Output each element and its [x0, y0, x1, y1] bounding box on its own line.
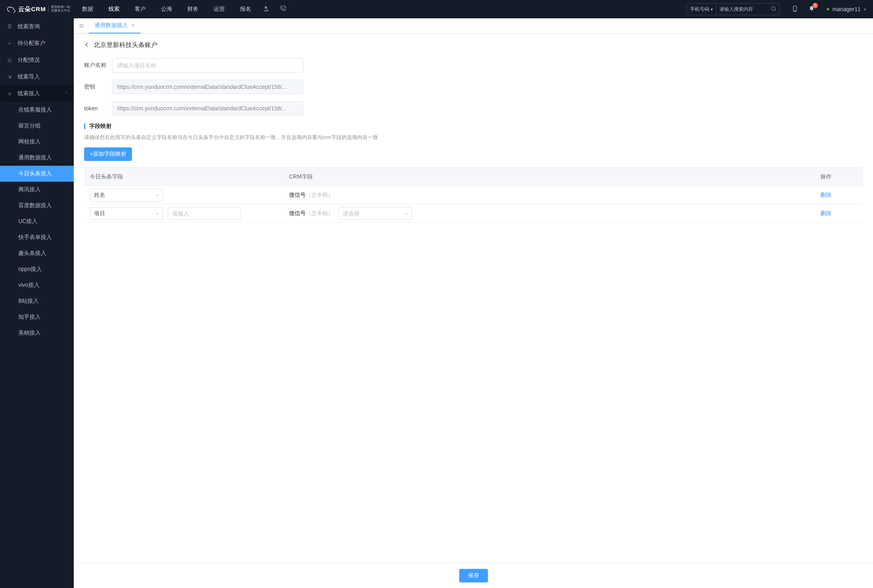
notifications-icon[interactable]: 5	[808, 5, 815, 14]
sidebar-sub-item[interactable]: 知乎接入	[0, 309, 74, 325]
sidebar-sub-item[interactable]: UC接入	[0, 214, 74, 229]
brand-logo: 云朵CRM 教育机构一站式服务云平台	[7, 5, 74, 14]
tabs-bar: 通用数据接入✕	[74, 18, 873, 34]
section-description: 请确保您在此填写的头条自定义字段名称与在今日头条平台中自定义的字段名称一致，并且…	[84, 134, 863, 141]
account-name-input[interactable]	[112, 58, 303, 73]
back-icon[interactable]	[84, 42, 90, 49]
table-header: 今日头条字段 CRM字段 操作	[84, 168, 863, 186]
sidebar-sub-item[interactable]: 趣头条接入	[0, 245, 74, 261]
add-user-icon[interactable]	[262, 5, 269, 14]
search-category-select[interactable]: 手机号码▾	[686, 3, 716, 15]
sidebar-sub-item[interactable]: B站接入	[0, 293, 74, 309]
chevron-down-icon: ▾	[864, 7, 866, 12]
sidebar-sub-item[interactable]: 美柚接入	[0, 325, 74, 341]
svg-point-4	[795, 10, 795, 11]
notification-count-badge: 5	[812, 3, 818, 8]
topnav-item[interactable]: 线索	[108, 6, 120, 13]
tab-close-icon[interactable]: ✕	[131, 23, 135, 28]
mobile-icon[interactable]	[792, 5, 798, 14]
sidebar-sub-item[interactable]: oppo接入	[0, 261, 74, 277]
call-icon[interactable]	[279, 5, 286, 14]
top-nav: 数据线索客户公海财务运营报名	[82, 6, 251, 13]
sidebar-sub-item[interactable]: 今日头条接入	[0, 166, 74, 182]
secret-input[interactable]	[112, 80, 303, 94]
page-title: 北京昱新科技头条账户	[94, 41, 157, 49]
tab[interactable]: 通用数据接入✕	[89, 18, 141, 33]
sidebar-item[interactable]: ◵分配情况	[0, 52, 74, 69]
topnav-item[interactable]: 运营	[214, 6, 225, 13]
table-row: 微信号（文本框）删除	[84, 186, 863, 204]
collapse-icon[interactable]	[74, 18, 89, 33]
sidebar-sub-item[interactable]: vivo接入	[0, 277, 74, 293]
topnav-item[interactable]: 客户	[135, 6, 146, 13]
crm-field-label: 微信号（文本框）	[289, 210, 334, 217]
sidebar-sub-item[interactable]: 通用数据接入	[0, 150, 74, 166]
delete-row-link[interactable]: 删除	[820, 210, 832, 216]
table-row: 微信号（文本框）删除	[84, 204, 863, 223]
topnav-item[interactable]: 财务	[187, 6, 199, 13]
global-search-input[interactable]	[716, 3, 780, 15]
token-input[interactable]	[112, 101, 303, 116]
sidebar-item[interactable]: ☰线索查询	[0, 18, 74, 35]
sidebar-item[interactable]: ▿待分配客户	[0, 35, 74, 52]
sidebar-sub-item[interactable]: 百度数据接入	[0, 198, 74, 214]
head-field-select[interactable]	[90, 207, 163, 220]
head-field-extra-input[interactable]	[168, 207, 241, 220]
crm-field-label: 微信号（文本框）	[289, 192, 334, 199]
svg-point-0	[265, 6, 267, 9]
add-mapping-button[interactable]: +添加字段映射	[84, 147, 132, 161]
status-dot	[827, 8, 829, 10]
section-title: 字段映射	[89, 123, 112, 130]
sidebar-sub-item[interactable]: 网校接入	[0, 134, 74, 150]
save-button[interactable]: 保存	[459, 569, 488, 582]
sidebar-sub-item[interactable]: 在线客服接入	[0, 102, 74, 118]
topnav-item[interactable]: 报名	[240, 6, 251, 13]
sidebar-sub-item[interactable]: 留言分组	[0, 118, 74, 134]
sidebar-item[interactable]: ⎋线索接入˄	[0, 85, 74, 102]
token-label: token	[84, 105, 112, 112]
user-menu[interactable]: manager11 ▾	[827, 6, 866, 12]
topnav-item[interactable]: 公海	[161, 6, 172, 13]
secret-label: 密钥	[84, 83, 112, 90]
sidebar-item[interactable]: ⇲线索导入	[0, 69, 74, 85]
section-accent-bar	[84, 123, 85, 129]
sidebar-sub-item[interactable]: 腾讯接入	[0, 182, 74, 198]
search-icon[interactable]	[771, 6, 777, 13]
account-name-label: 账户名称	[84, 62, 112, 69]
topnav-item[interactable]: 数据	[82, 6, 93, 13]
svg-point-2	[772, 7, 775, 10]
crm-field-select[interactable]	[338, 207, 412, 220]
head-field-select[interactable]	[90, 189, 163, 202]
sidebar: ☰线索查询▿待分配客户◵分配情况⇲线索导入⎋线索接入˄在线客服接入留言分组网校接…	[0, 18, 74, 588]
delete-row-link[interactable]: 删除	[820, 192, 832, 198]
sidebar-sub-item[interactable]: 快手表单接入	[0, 229, 74, 245]
